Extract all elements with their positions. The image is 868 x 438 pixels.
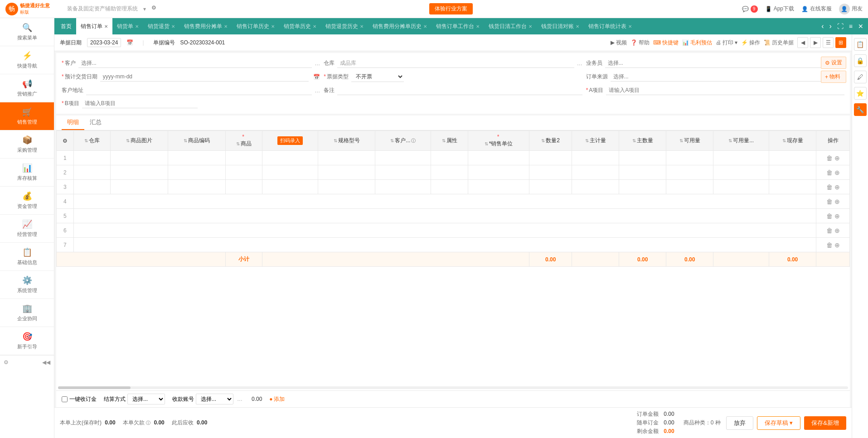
col-code[interactable]: ⇅商品编码 (168, 131, 225, 151)
tab-sales-order-hist-close[interactable]: ✕ (271, 24, 275, 29)
profit-btn[interactable]: 📊 毛利预估 (682, 39, 712, 47)
row-2-spec[interactable] (318, 165, 375, 180)
a-project-input[interactable] (606, 86, 844, 95)
barcode-entry-btn[interactable]: 扫码录入 (277, 136, 303, 145)
date-input[interactable]: 2023-03-24 (87, 38, 121, 47)
row-3-unit[interactable] (468, 180, 529, 194)
row-1-code[interactable] (168, 151, 225, 165)
row-7-copy-btn[interactable]: ⊕ (834, 241, 840, 249)
next-record-btn[interactable]: ▶ (810, 37, 821, 48)
col-unit[interactable]: ⇅*销售单位 (468, 131, 529, 151)
row-3-copy-btn[interactable]: ⊕ (834, 183, 840, 191)
panel-btn-3[interactable]: 🖊 (854, 71, 867, 83)
help-btn[interactable]: ❓ 帮助 (630, 39, 650, 47)
col-available[interactable]: ⇅可用量 (666, 131, 713, 151)
row-4-copy-btn[interactable]: ⊕ (834, 198, 840, 205)
scroll-bar-area[interactable] (56, 385, 850, 390)
row-2-available[interactable] (666, 165, 713, 180)
row-3-main-qty[interactable] (619, 180, 666, 194)
row-1-unit[interactable] (468, 151, 529, 165)
history-btn[interactable]: 📜 历史单据 (764, 39, 794, 47)
salesperson-input[interactable] (605, 58, 836, 68)
row-2-customer-code[interactable] (375, 165, 431, 180)
row-1-qty2[interactable] (529, 151, 572, 165)
tab-sales-stat-close[interactable]: ✕ (628, 24, 632, 29)
tab-sales-return-hist-close[interactable]: ✕ (313, 24, 316, 29)
addrow-side-btn[interactable]: + 物料 (821, 71, 846, 83)
row-5-delete-btn[interactable]: 🗑 (826, 212, 833, 220)
tab-sales-return-hist[interactable]: 销货单历史 ✕ (279, 18, 321, 34)
row-3-image[interactable] (111, 180, 168, 194)
col-qty2[interactable]: ⇅数量2 (529, 131, 572, 151)
tab-prev-btn[interactable]: ‹ (819, 22, 826, 30)
col-product[interactable]: ⇅商品 (225, 131, 262, 151)
row-2-copy-btn[interactable]: ⊕ (834, 169, 840, 176)
scroll-track[interactable] (58, 386, 848, 389)
sidebar-item-search[interactable]: 🔍 搜索菜单 (0, 18, 54, 46)
row-6-copy-btn[interactable]: ⊕ (834, 227, 840, 234)
row-1-image[interactable] (111, 151, 168, 165)
sidebar-item-purchase[interactable]: 📦 采购管理 (0, 130, 54, 159)
row-2-delete-btn[interactable]: 🗑 (826, 169, 833, 176)
row-1-copy-btn[interactable]: ⊕ (834, 154, 840, 162)
row-2-main-unit[interactable] (572, 165, 619, 180)
message-btn[interactable]: 💬 9 (742, 5, 758, 13)
sidebar-item-quick[interactable]: ⚡ 快捷导航 (0, 46, 54, 74)
row-2-stock[interactable] (769, 165, 816, 180)
one-click-field[interactable]: 一键收订金 (62, 395, 97, 403)
tab-next-btn[interactable]: › (827, 22, 834, 30)
invoice-select[interactable]: 不开票 增值税专用发票 普通发票 (351, 72, 404, 82)
tab-money-day-match[interactable]: 钱货日清对账 ✕ (537, 18, 584, 34)
row-1-main-unit[interactable] (572, 151, 619, 165)
row-1-warehouse[interactable] (73, 151, 110, 165)
row-3-qty2[interactable] (529, 180, 572, 194)
tab-home[interactable]: 首页 (56, 18, 76, 34)
sidebar-item-basic[interactable]: 📋 基础信息 (0, 243, 54, 271)
order-source-input[interactable] (611, 72, 836, 82)
sidebar-item-system[interactable]: ⚙️ 系统管理 (0, 271, 54, 299)
panel-btn-2[interactable]: 🔒 (854, 54, 867, 67)
view-btn[interactable]: ▶ 视频 (611, 39, 627, 47)
tab-sales-order[interactable]: 销售订单 ✕ (76, 18, 112, 34)
row-2-code[interactable] (168, 165, 225, 180)
row-2-main-qty[interactable] (619, 165, 666, 180)
calendar-icon[interactable]: 📅 (126, 39, 133, 46)
tab-sales-order-hist[interactable]: 销售订单历史 ✕ (232, 18, 279, 34)
online-support-btn[interactable]: 👤 在线客服 (801, 5, 832, 13)
col-attribute[interactable]: ⇅属性 (431, 131, 468, 151)
form-view-btn[interactable]: ⊞ (835, 37, 846, 48)
tab-sales-fee-split[interactable]: 销售费用分摊单 ✕ (179, 18, 232, 34)
shortcut-btn[interactable]: ⌨ 快捷键 (653, 39, 679, 47)
sidebar-item-sales[interactable]: 🛒 销售管理 (0, 102, 54, 130)
tab-money-day-match-close[interactable]: ✕ (576, 24, 579, 29)
tab-sales-refund-hist[interactable]: 销货退货历史 ✕ (321, 18, 368, 34)
settings-icon[interactable]: ⚙ (151, 5, 160, 14)
row-7-delete-btn[interactable]: 🗑 (826, 241, 833, 249)
save-new-btn[interactable]: 保存&新增 (804, 416, 846, 430)
row-1-stock[interactable] (769, 151, 816, 165)
delivery-input[interactable] (100, 72, 309, 82)
tab-sales-return[interactable]: 销货单 ✕ (112, 18, 143, 34)
tab-close-all-btn[interactable]: ✕ (855, 23, 866, 30)
col-image[interactable]: ⇅商品图片 (111, 131, 168, 151)
row-4-delete-btn[interactable]: 🗑 (826, 198, 833, 205)
row-1-product[interactable] (225, 151, 262, 165)
row-3-code[interactable] (168, 180, 225, 194)
address-input[interactable] (86, 86, 312, 95)
sidebar-item-inventory[interactable]: 📊 库存核算 (0, 159, 54, 187)
row-2-warehouse[interactable] (73, 165, 110, 180)
prev-record-btn[interactable]: ◀ (797, 37, 808, 48)
sidebar-item-marketing[interactable]: 📢 营销推广 (0, 74, 54, 102)
add-btn[interactable]: ● 添加 (269, 395, 284, 403)
col-spec[interactable]: ⇅规格型号 (318, 131, 375, 151)
tab-maximize-btn[interactable]: ⛶ (834, 23, 846, 30)
save-draft-btn[interactable]: 保存草稿 ▾ (757, 416, 801, 430)
user-avatar[interactable]: 👤 用友 (839, 4, 863, 14)
row-2-available2[interactable] (713, 165, 769, 180)
col-main-unit[interactable]: ⇅主计量 (572, 131, 619, 151)
discard-btn[interactable]: 放弃 (726, 416, 753, 430)
row-1-spec[interactable] (318, 151, 375, 165)
col-barcode-btn[interactable]: 扫码录入 (262, 131, 318, 151)
row-3-main-unit[interactable] (572, 180, 619, 194)
row-2-product[interactable] (225, 165, 262, 180)
